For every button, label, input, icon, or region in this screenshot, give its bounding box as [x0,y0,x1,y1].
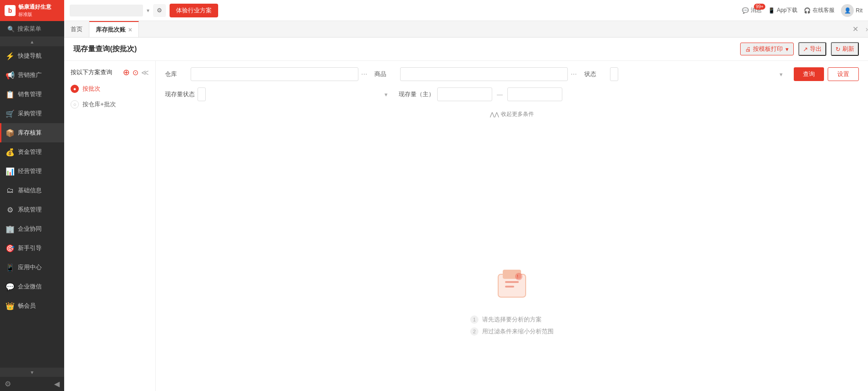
sidebar-item-label: 系统管理 [18,206,42,214]
sidebar-item-label: 快捷导航 [18,52,42,60]
sidebar-item-vip[interactable]: 👑 畅会员 [0,296,64,315]
app-info: 畅康通好生意 标准版 [18,4,51,18]
topbar-left: ▾ ⚙ 体验行业方案 [70,4,737,17]
inventory-qty-label: 现存量（主） [399,90,434,98]
trial-industry-button[interactable]: 体验行业方案 [170,4,218,17]
search-icon: 🔍 [7,26,15,33]
inventory-status-field: 现存量状态 [165,87,391,101]
tab-close-icon[interactable]: × [128,27,132,33]
export-button[interactable]: ↗ 导出 [798,42,826,56]
app-version: 标准版 [18,11,51,17]
sidebar-item-inventory[interactable]: 📦 库存核算 [0,123,64,142]
online-service-button[interactable]: 🎧 在线客服 [804,6,835,14]
vip-icon: 👑 [6,302,14,310]
sidebar-item-sales[interactable]: 📋 销售管理 [0,85,64,104]
filter-option-warehouse-batch-label: 按仓库+批次 [82,100,116,109]
batch-active-icon: ● [71,85,79,93]
product-field: 商品 ··· [374,67,577,81]
settings-icon[interactable]: ⚙ [5,380,11,388]
print-button[interactable]: 🖨 按模板打印 ▾ [740,43,794,55]
collapse-filter-icon[interactable]: ≪ [141,68,149,77]
filter-content-area: 按以下方案查询 ⊕ ⊙ ≪ ● 按批次 ○ 按仓库+批次 [64,61,868,391]
sidebar-item-newbie[interactable]: 🎯 新手引导 [0,239,64,258]
sidebar-item-finance[interactable]: 💰 资金管理 [0,142,64,162]
product-label: 商品 [374,70,397,78]
sidebar-item-system[interactable]: ⚙ 系统管理 [0,200,64,219]
online-service-label: 在线客服 [813,6,835,14]
add-filter-icon[interactable]: ⊕ [123,67,130,77]
sidebar-item-marketing[interactable]: 📢 营销推广 [0,65,64,85]
sidebar-item-label: 企业微信 [18,282,42,291]
filter-collapse-button[interactable]: ⋀⋀ 收起更多条件 [165,108,859,123]
scroll-up-arrow[interactable]: ▲ [0,37,64,46]
tab-inventory-batch[interactable]: 库存批次账 × [89,21,139,37]
sidebar-item-operation[interactable]: 📊 经营管理 [0,162,64,181]
product-more-icon[interactable]: ··· [571,70,577,78]
settings-gear-button[interactable]: ⚙ [153,4,166,17]
empty-hint-2: 2 用过滤条件来缩小分析范围 [470,327,554,336]
page-header: 现存量查询(按批次) 🖨 按模板打印 ▾ ↗ 导出 ↻ 刷新 [64,38,868,61]
sidebar-item-app[interactable]: 📱 应用中心 [0,258,64,277]
svg-text:!: ! [517,274,518,279]
inventory-status-select[interactable] [198,87,206,101]
search-menu[interactable]: 🔍 搜索菜单 [0,21,64,37]
refresh-icon: ↻ [835,46,841,53]
svg-rect-2 [505,281,519,283]
filter-option-batch[interactable]: ● 按批次 [64,81,155,97]
user-avatar-area[interactable]: 👤 Rit [841,4,863,17]
app-logo: b [5,5,16,16]
sidebar-item-basic[interactable]: 🗂 基础信息 [0,181,64,200]
headset-icon: 🎧 [804,7,811,14]
settings-button[interactable]: 设置 [828,67,859,81]
warehouse-field: 仓库 ··· [165,67,367,81]
message-icon: 💬 [742,7,749,14]
status-select[interactable] [610,67,618,81]
warehouse-input[interactable] [191,67,358,81]
filter-option-warehouse-batch[interactable]: ○ 按仓库+批次 [64,97,155,112]
app-download-button[interactable]: 📱 App下载 [768,6,797,14]
inventory-qty-max-input[interactable] [507,87,562,101]
status-field: 状态 [584,67,786,81]
marketing-icon: 📢 [6,71,14,79]
sidebar-item-enterprise[interactable]: 🏢 企业协同 [0,219,64,239]
sidebar-item-purchase[interactable]: 🛒 采购管理 [0,104,64,123]
company-name: 畅康通好生意 [18,4,51,11]
filter-row-1: 仓库 ··· 商品 ··· 状态 [165,67,859,81]
enterprise-icon: 🏢 [6,225,14,233]
nav-dropdown-icon[interactable]: ▾ [147,7,149,14]
page-content: 现存量查询(按批次) 🖨 按模板打印 ▾ ↗ 导出 ↻ 刷新 [64,38,868,391]
filter-option-batch-label: 按批次 [82,85,100,93]
range-dash: — [495,91,505,98]
collapse-sidebar-icon[interactable]: ◀ [54,380,60,388]
warehouse-more-icon[interactable]: ··· [361,70,367,78]
hint-text-1: 请先选择要分析的方案 [482,315,542,324]
operation-icon: 📊 [6,167,14,175]
filter-actions: 查询 设置 [794,67,859,81]
search-menu-label: 搜索菜单 [17,25,41,33]
sidebar-item-wechat[interactable]: 💬 企业微信 [0,277,64,296]
settings-filter-icon[interactable]: ⊙ [132,68,138,77]
inventory-qty-min-input[interactable] [437,87,492,101]
sidebar-item-label: 新手引导 [18,244,42,252]
warehouse-batch-icon: ○ [71,100,79,109]
newbie-icon: 🎯 [6,244,14,252]
app-download-icon: 📱 [768,7,775,14]
purchase-icon: 🛒 [6,109,14,118]
tab-inventory-batch-label: 库存批次账 [96,26,126,34]
inventory-qty-field: 现存量（主） — [399,87,625,101]
sidebar-item-label: 库存核算 [18,129,42,137]
sidebar-item-label: 应用中心 [18,263,42,272]
tab-panel-close-button[interactable]: ✕ [847,21,864,37]
hint-num-1: 1 [470,315,478,324]
product-input[interactable] [400,67,568,81]
message-button[interactable]: 💬 消息 99+ [742,6,762,14]
refresh-button[interactable]: ↻ 刷新 [831,42,859,56]
tab-panel-arrow[interactable]: › [866,21,868,37]
tab-home[interactable]: 首页 [64,21,89,37]
sidebar-item-label: 资金管理 [18,148,42,156]
sidebar-item-shortcut[interactable]: ⚡ 快捷导航 [0,46,64,65]
filter-row-2: 现存量状态 现存量（主） — [165,87,859,101]
scroll-down-arrow[interactable]: ▼ [0,368,64,377]
query-button[interactable]: 查询 [794,67,824,81]
export-icon: ↗ [803,46,808,53]
